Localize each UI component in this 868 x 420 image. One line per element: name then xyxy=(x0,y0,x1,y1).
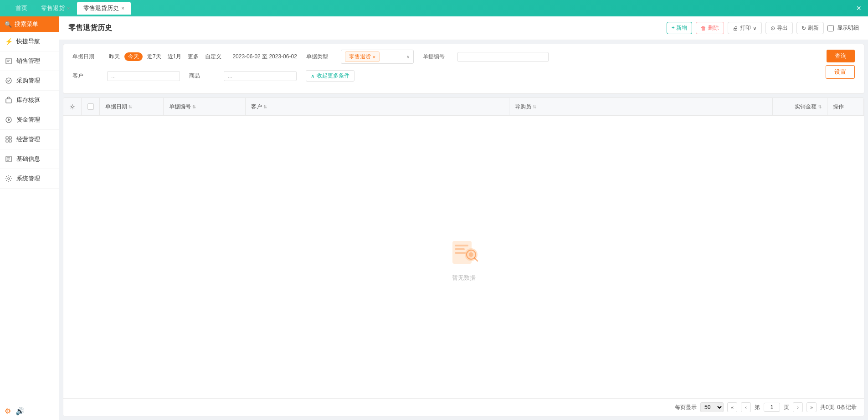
date-opt-7days[interactable]: 近7天 xyxy=(145,52,163,61)
sales-icon xyxy=(5,57,13,65)
page-header: 零售退货历史 + 新增 🗑 🗑 删除 删除 🖨 打印 ∨ ⊙ 导出 xyxy=(59,16,868,40)
goods-select[interactable]: ... xyxy=(224,71,297,81)
th-operation: 操作 xyxy=(827,98,864,115)
display-detail-checkbox-label[interactable]: 显示明细 xyxy=(827,24,859,32)
tab-retail-return-history[interactable]: 零售退货历史 × xyxy=(77,2,130,15)
table-select-all[interactable] xyxy=(82,98,100,115)
th-doc-number: 单据编号 ⇅ xyxy=(164,98,246,115)
select-all-checkbox[interactable] xyxy=(87,103,94,110)
customer-label: 客户 xyxy=(72,72,98,80)
sidebar-item-purchase[interactable]: 采购管理 xyxy=(0,71,59,91)
svg-point-23 xyxy=(469,252,473,257)
tab-list: 首页 零售退货 × 零售退货历史 × xyxy=(9,2,854,15)
page-number-input[interactable] xyxy=(764,403,780,412)
purchase-icon xyxy=(5,77,13,85)
operations-icon xyxy=(5,135,13,143)
svg-rect-7 xyxy=(9,137,11,139)
setting-button[interactable]: 设置 xyxy=(826,65,855,79)
svg-point-3 xyxy=(6,78,11,83)
page-size-label: 每页显示 xyxy=(675,404,697,411)
sidebar-nav: ⚡ 快捷导航 销售管理 采购管理 库存核算 xyxy=(0,32,59,402)
sidebar: 🔍 搜索菜单 ⚡ 快捷导航 销售管理 采购管理 xyxy=(0,16,59,420)
th-doc-date: 单据日期 ⇅ xyxy=(100,98,164,115)
doc-number-label: 单据编号 xyxy=(423,53,448,61)
table-settings-icon[interactable] xyxy=(63,98,82,115)
delete-icon: 🗑 xyxy=(701,25,706,31)
sort-guide[interactable]: ⇅ xyxy=(533,104,536,109)
table-header: 单据日期 ⇅ 单据编号 ⇅ 客户 ⇅ 导购员 ⇅ 实销金额 ⇅ xyxy=(63,98,864,116)
tab-retail-return[interactable]: 零售退货 × xyxy=(35,2,76,15)
doc-type-select-content: 零售退货 × xyxy=(345,51,405,62)
date-opt-more[interactable]: 更多 xyxy=(186,52,200,61)
doc-number-input[interactable] xyxy=(457,52,549,62)
sidebar-item-operations[interactable]: 经营管理 xyxy=(0,130,59,149)
filter-row-2: 客户 ... 商品 ... xyxy=(72,68,817,83)
svg-rect-9 xyxy=(9,140,11,142)
sort-doc-date[interactable]: ⇅ xyxy=(128,104,132,109)
export-button[interactable]: ⊙ 导出 xyxy=(765,22,793,34)
th-customer: 客户 ⇅ xyxy=(246,98,509,115)
window-close-button[interactable]: × xyxy=(854,4,863,13)
page-label: 第 xyxy=(755,404,760,411)
svg-point-14 xyxy=(8,178,10,179)
main-layout: 🔍 搜索菜单 ⚡ 快捷导航 销售管理 采购管理 xyxy=(0,16,868,420)
tab-retail-return-close[interactable]: × xyxy=(67,5,70,11)
page-size-select[interactable]: 50 20 100 xyxy=(700,402,724,412)
top-bar: 首页 零售退货 × 零售退货历史 × × xyxy=(0,0,868,16)
last-page-button[interactable]: » xyxy=(806,402,817,412)
new-button[interactable]: + 新增 xyxy=(667,22,692,34)
sidebar-item-inventory[interactable]: 库存核算 xyxy=(0,91,59,110)
goods-select-content: ... xyxy=(228,73,293,79)
audio-icon[interactable]: 🔊 xyxy=(15,407,25,415)
base-info-icon xyxy=(5,155,13,163)
next-page-button[interactable]: › xyxy=(793,402,803,412)
refresh-icon: ↻ xyxy=(801,25,806,31)
first-page-button[interactable]: « xyxy=(727,402,737,412)
doc-type-arrow-icon: ∨ xyxy=(406,54,410,59)
svg-rect-8 xyxy=(6,140,8,142)
sidebar-item-quick-nav[interactable]: ⚡ 快捷导航 xyxy=(0,32,59,51)
svg-rect-19 xyxy=(455,252,467,254)
inventory-icon xyxy=(5,96,13,104)
sidebar-search[interactable]: 🔍 搜索菜单 xyxy=(0,16,59,32)
sort-customer[interactable]: ⇅ xyxy=(263,104,267,109)
refresh-button[interactable]: ↻ 刷新 xyxy=(796,22,824,34)
page-word: 页 xyxy=(784,404,789,411)
date-opt-1month[interactable]: 近1月 xyxy=(166,52,184,61)
tab-home[interactable]: 首页 xyxy=(9,2,34,15)
sidebar-item-finance[interactable]: 资金管理 xyxy=(0,110,59,130)
doc-type-tag-remove[interactable]: × xyxy=(373,54,375,60)
tab-retail-return-history-close[interactable]: × xyxy=(121,5,124,11)
doc-type-label: 单据类型 xyxy=(306,53,332,61)
search-icon: 🔍 xyxy=(5,21,12,28)
customer-select-content: ... xyxy=(111,73,176,79)
settings-bottom-icon[interactable]: ⚙ xyxy=(5,407,11,415)
doc-type-select[interactable]: 零售退货 × ∨ xyxy=(341,50,414,64)
date-opt-today[interactable]: 今天 xyxy=(124,52,143,61)
sidebar-item-sys[interactable]: 系统管理 xyxy=(0,169,59,189)
prev-page-button[interactable]: ‹ xyxy=(741,402,751,412)
total-text: 共0页, 0条记录 xyxy=(820,404,857,411)
collapse-icon: ∧ xyxy=(311,73,315,79)
page-title: 零售退货历史 xyxy=(68,23,112,33)
doc-type-tag: 零售退货 × xyxy=(345,51,380,62)
sort-doc-number[interactable]: ⇅ xyxy=(192,104,196,109)
customer-select[interactable]: ... xyxy=(107,71,180,81)
sidebar-item-base-info[interactable]: 基础信息 xyxy=(0,149,59,169)
collapse-button[interactable]: ∧ 收起更多条件 xyxy=(306,70,354,82)
query-button[interactable]: 查询 xyxy=(827,50,855,62)
print-button[interactable]: 🖨 打印 ∨ xyxy=(728,22,762,34)
delete-button[interactable]: 🗑 🗑 删除 删除 xyxy=(696,22,724,34)
goods-label: 商品 xyxy=(189,72,215,80)
filter-row-1: 单据日期 昨天 今天 近7天 近1月 更多 自定义 2023-06-02 至 2… xyxy=(72,50,817,64)
date-opt-yesterday[interactable]: 昨天 xyxy=(107,52,122,61)
main-content: 零售退货历史 + 新增 🗑 🗑 删除 删除 🖨 打印 ∨ ⊙ 导出 xyxy=(59,16,868,420)
print-icon: 🖨 xyxy=(733,25,738,31)
table-body: 暂无数据 xyxy=(63,116,864,398)
svg-rect-4 xyxy=(6,99,11,103)
display-detail-checkbox[interactable] xyxy=(827,25,834,31)
sort-amount[interactable]: ⇅ xyxy=(818,104,822,109)
sidebar-bottom: ⚙ 🔊 xyxy=(0,402,59,420)
sidebar-item-sales[interactable]: 销售管理 xyxy=(0,51,59,71)
date-opt-custom[interactable]: 自定义 xyxy=(203,52,223,61)
